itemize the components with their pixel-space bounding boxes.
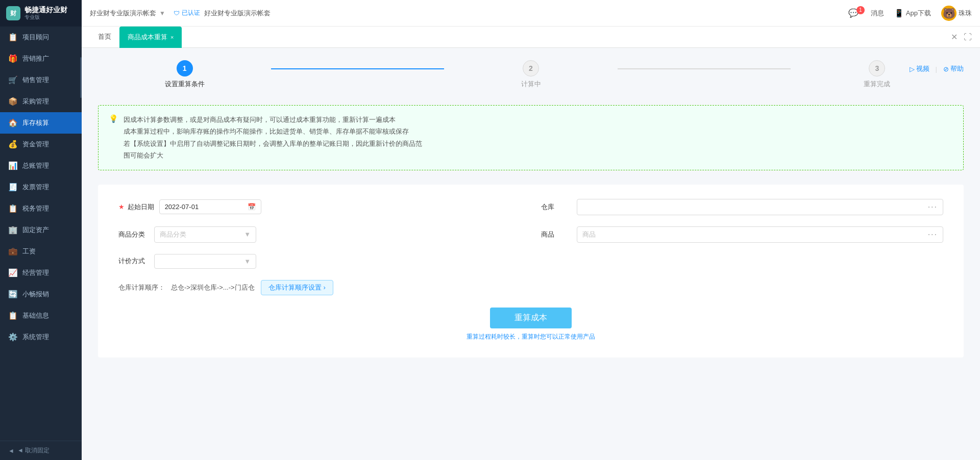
payroll-icon: 💼: [8, 247, 17, 256]
warehouse-dots-icon[interactable]: ···: [928, 202, 938, 212]
notice-box: 💡 因成本计算参数调整，或是对商品成本有疑问时，可以通过成本重算功能，重新计算一…: [98, 105, 964, 170]
field-start-date: ★ 起始日期 2022-07-01 📅: [118, 199, 521, 214]
warehouse-label: 仓库: [541, 202, 572, 212]
tab-home[interactable]: 首页: [90, 27, 119, 48]
step-1: 1 设置重算条件: [98, 60, 271, 89]
sidebar-item-ops[interactable]: 📈 经营管理: [0, 262, 82, 284]
warehouse-order-settings-button[interactable]: 仓库计算顺序设置 ›: [261, 280, 333, 295]
inventory-icon: 🏠: [8, 118, 17, 127]
tab-active-label: 商品成本重算: [128, 33, 167, 42]
step-3-circle: 3: [869, 60, 885, 76]
form-row-1: ★ 起始日期 2022-07-01 📅 仓库 ···: [118, 199, 943, 215]
step-2-label: 计算中: [521, 80, 541, 89]
close-window-icon[interactable]: ✕: [951, 32, 958, 42]
recalc-cost-button[interactable]: 重算成本: [490, 308, 572, 328]
assets-icon: 🏢: [8, 225, 17, 235]
field-product: 商品 商品 ···: [541, 226, 943, 243]
start-date-input[interactable]: 2022-07-01 📅: [159, 199, 261, 214]
account-chevron-icon: ▼: [159, 10, 165, 17]
calendar-icon: 📅: [248, 203, 256, 211]
user-name: 珠珠: [959, 9, 972, 18]
sidebar-item-assets[interactable]: 🏢 固定资产: [0, 219, 82, 241]
unpin-label: ◄ 取消固定: [17, 446, 50, 455]
step-1-circle: 1: [177, 60, 193, 76]
verified-account-name: 好业财专业版演示帐套: [204, 9, 271, 18]
ops-icon: 📈: [8, 268, 17, 277]
sidebar-footer-unpin[interactable]: ◄ ◄ 取消固定: [0, 441, 82, 460]
help-link[interactable]: ⊘ 帮助: [943, 64, 964, 73]
pricing-select[interactable]: ▼: [154, 254, 256, 269]
warehouse-order-label: 仓库计算顺序：: [118, 283, 165, 292]
sidebar-item-system[interactable]: ⚙️ 系统管理: [0, 326, 82, 348]
account-name: 好业财专业版演示帐套: [90, 9, 156, 18]
shield-icon: 🛡: [174, 10, 180, 17]
expense-icon: 🔄: [8, 290, 17, 299]
steps-container: 1 设置重算条件 2 计算中 3 重算完成 ▷ 视: [98, 60, 964, 89]
verified-badge: 🛡 已认证: [174, 9, 200, 17]
field-pricing: 计价方式 ▼: [118, 254, 272, 269]
phone-icon: 📱: [894, 9, 904, 18]
sidebar-item-project[interactable]: 📋 项目顾问: [0, 27, 82, 48]
sidebar-item-tax[interactable]: 📋 税务管理: [0, 198, 82, 219]
avatar: 🐻: [941, 6, 957, 21]
sidebar-item-base[interactable]: 📋 基础信息: [0, 305, 82, 326]
content-area: 1 设置重算条件 2 计算中 3 重算完成 ▷ 视: [82, 48, 980, 460]
sidebar-item-inventory[interactable]: 🏠 库存核算: [0, 112, 82, 134]
purchase-icon: 📦: [8, 97, 17, 106]
video-link[interactable]: ▷ 视频: [910, 64, 929, 73]
sidebar-header: 财 畅捷通好业财 专业版: [0, 0, 82, 27]
app-download-label: App下载: [906, 9, 931, 18]
sidebar-item-marketing[interactable]: 🎁 营销推广: [0, 48, 82, 69]
required-star: ★: [118, 203, 125, 211]
tabs-right-actions: ✕ ⛶: [951, 32, 972, 42]
base-icon: 📋: [8, 311, 17, 320]
unpin-icon: ◄: [8, 447, 14, 454]
topbar-right: 💬 1 消息 📱 App下载 🐻 珠珠: [848, 6, 972, 21]
sidebar-title: 畅捷通好业财: [24, 6, 67, 14]
system-icon: ⚙️: [8, 333, 17, 342]
invoice-icon: 🧾: [8, 183, 17, 192]
sidebar-item-expense[interactable]: 🔄 小畅报销: [0, 284, 82, 305]
sidebar-item-invoice[interactable]: 🧾 发票管理: [0, 176, 82, 198]
user-profile[interactable]: 🐻 珠珠: [941, 6, 972, 21]
warehouse-order-value: 总仓->深圳仓库->...->门店仓: [171, 283, 255, 292]
category-select[interactable]: 商品分类 ▼: [154, 226, 256, 243]
tab-cost-recalc[interactable]: 商品成本重算 ×: [119, 27, 182, 48]
step-2: 2 计算中: [444, 60, 617, 89]
tax-icon: 📋: [8, 204, 17, 213]
sidebar-item-purchase[interactable]: 📦 采购管理: [0, 91, 82, 112]
sidebar-nav: 📋 项目顾问 🎁 营销推广 🛒 销售管理 📦 采购管理 🏠 库存核算 💰 资金管…: [0, 27, 82, 441]
warning-icon: 💡: [109, 114, 118, 162]
sidebar-item-finance[interactable]: 💰 资金管理: [0, 134, 82, 155]
step-line-2: [618, 68, 791, 69]
sidebar-item-sales[interactable]: 🛒 销售管理: [0, 69, 82, 91]
product-dots-icon[interactable]: ···: [928, 230, 938, 239]
app-download-button[interactable]: 📱 App下载: [894, 9, 931, 18]
messages-button[interactable]: 💬 1 消息: [848, 8, 884, 18]
tab-close-icon[interactable]: ×: [170, 34, 174, 40]
expand-icon[interactable]: ⛶: [964, 33, 972, 42]
pricing-label: 计价方式: [118, 257, 149, 266]
sidebar-item-payroll[interactable]: 💼 工资: [0, 241, 82, 262]
pricing-chevron-icon: ▼: [244, 258, 251, 265]
form-row-2: 商品分类 商品分类 ▼ 商品 商品 ···: [118, 226, 943, 243]
category-label: 商品分类: [118, 230, 149, 239]
marketing-icon: 🎁: [8, 54, 17, 63]
finance-icon: 💰: [8, 140, 17, 149]
recalc-hint: 重算过程耗时较长，重算时您可以正常使用产品: [118, 333, 943, 341]
messages-label: 消息: [871, 9, 884, 18]
step-2-circle: 2: [523, 60, 539, 76]
field-warehouse: 仓库 ···: [541, 199, 943, 215]
play-icon: ▷: [910, 65, 915, 73]
account-selector[interactable]: 好业财专业版演示帐套 ▼: [90, 9, 165, 18]
step-line-1: [271, 68, 444, 69]
step-1-label: 设置重算条件: [165, 80, 205, 89]
warehouse-input[interactable]: ···: [577, 199, 943, 215]
sidebar-item-accounting[interactable]: 📊 总账管理: [0, 155, 82, 176]
accounting-icon: 📊: [8, 161, 17, 170]
tab-home-label: 首页: [98, 32, 111, 41]
notification-badge: 1: [856, 6, 865, 14]
start-date-label: ★ 起始日期: [118, 202, 154, 212]
verified-text: 已认证: [182, 9, 200, 17]
product-input[interactable]: 商品 ···: [577, 226, 943, 243]
